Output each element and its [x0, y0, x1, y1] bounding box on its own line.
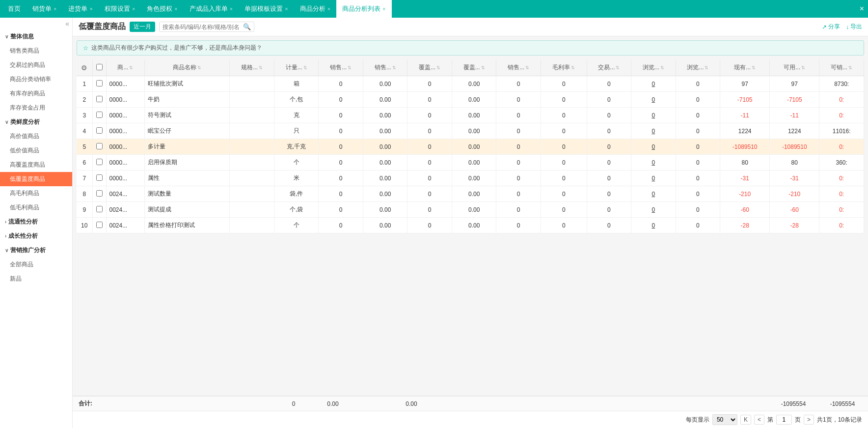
close-icon[interactable]: ×	[174, 6, 177, 12]
row-cover1: 0	[407, 123, 452, 139]
row-no: 5	[77, 139, 92, 155]
sidebar-item-high-margin[interactable]: 高毛利商品	[0, 186, 72, 200]
col-sales-amt: 销售...⇅	[363, 59, 407, 76]
share-button[interactable]: ↗ 分享	[822, 23, 840, 31]
sidebar-item-high-value[interactable]: 高价值商品	[0, 129, 72, 143]
sidebar-item-traded-goods[interactable]: 交易过的商品	[0, 58, 72, 72]
row-select-checkbox[interactable]	[96, 159, 103, 165]
nav-tab-permissions[interactable]: 权限设置 ×	[99, 0, 141, 18]
close-icon[interactable]: ×	[132, 6, 135, 12]
row-no: 6	[77, 155, 92, 171]
next-page-button[interactable]: >	[804, 415, 814, 425]
row-sales-qty: 0	[319, 171, 363, 186]
page-size-select[interactable]: 50 20 100 200	[712, 414, 737, 425]
sidebar-group-growth[interactable]: › 成长性分析	[0, 229, 72, 243]
sidebar-item-low-value[interactable]: 低价值商品	[0, 143, 72, 158]
page-input[interactable]	[776, 415, 792, 425]
row-name: 属性	[145, 171, 230, 186]
row-browse1[interactable]: 0	[631, 76, 676, 92]
sidebar-group-freshness[interactable]: ∨ 类鲜度分析	[0, 115, 72, 129]
row-browse1[interactable]: 0	[631, 123, 676, 139]
nav-tab-sales[interactable]: 销货单 ×	[27, 0, 62, 18]
export-button[interactable]: ↓ 导出	[846, 23, 862, 31]
sidebar-item-category-rate[interactable]: 商品分类动销率	[0, 72, 72, 86]
sidebar-group-marketing[interactable]: ∨ 营销推广分析	[0, 243, 72, 257]
close-icon[interactable]: ×	[285, 6, 288, 12]
col-gross-rate: 毛利率⇅	[541, 59, 587, 76]
row-select-checkbox[interactable]	[96, 96, 103, 102]
page-info: 共1页，10条记录	[817, 416, 862, 424]
nav-tab-analysis-list[interactable]: 商品分析列表 ×	[336, 0, 391, 18]
row-select-checkbox[interactable]	[96, 190, 103, 197]
row-browse1[interactable]: 0	[631, 92, 676, 108]
sidebar-item-high-coverage[interactable]: 高覆盖度商品	[0, 158, 72, 172]
nav-tab-template[interactable]: 单据模板设置 ×	[239, 0, 294, 18]
close-icon[interactable]: ×	[230, 6, 233, 12]
row-sales-qty: 0	[319, 108, 363, 123]
close-icon[interactable]: ×	[89, 6, 92, 12]
sidebar-item-new-goods[interactable]: 新品	[0, 272, 72, 286]
sidebar-group-liquidity[interactable]: › 流通性分析	[0, 215, 72, 229]
search-box: 🔍	[159, 22, 254, 32]
sidebar-item-stocked-goods[interactable]: 有库存的商品	[0, 86, 72, 101]
row-select-checkbox[interactable]	[96, 222, 103, 228]
col-name: 商品名称⇅	[145, 59, 230, 76]
sidebar-item-sales-goods[interactable]: 销售类商品	[0, 44, 72, 58]
row-select-checkbox[interactable]	[96, 80, 103, 86]
row-sellable: 0:	[819, 171, 864, 186]
row-select-checkbox[interactable]	[96, 127, 103, 134]
nav-tab-product-in[interactable]: 产成品入库单 ×	[184, 0, 239, 18]
row-select-checkbox[interactable]	[96, 112, 103, 118]
close-icon[interactable]: ×	[54, 6, 56, 12]
row-browse2: 0	[676, 171, 720, 186]
select-all-checkbox[interactable]	[96, 64, 103, 70]
row-browse1[interactable]: 0	[631, 218, 676, 233]
period-button[interactable]: 近一月	[130, 22, 155, 32]
search-input[interactable]	[163, 24, 241, 30]
row-sales-amt: 0.00	[363, 218, 407, 233]
row-checkbox	[92, 218, 106, 233]
col-sellable: 可销...⇅	[819, 59, 864, 76]
nav-tab-roles[interactable]: 角色授权 ×	[141, 0, 183, 18]
first-page-button[interactable]: K	[740, 415, 751, 425]
nav-tab-home[interactable]: 首页	[2, 0, 27, 18]
row-browse1[interactable]: 0	[631, 171, 676, 186]
row-sales-qty: 0	[319, 76, 363, 92]
row-browse1[interactable]: 0	[631, 186, 676, 202]
sidebar-collapse-button[interactable]: «	[0, 18, 72, 29]
row-current: 80	[720, 155, 770, 171]
sidebar-item-low-coverage[interactable]: 低覆盖度商品	[0, 172, 72, 186]
nav-tab-purchase[interactable]: 进货单 ×	[62, 0, 98, 18]
prev-page-button[interactable]: <	[754, 415, 764, 425]
close-icon[interactable]: ×	[327, 6, 330, 12]
sidebar-group-overview[interactable]: ∨ 整体信息	[0, 29, 72, 44]
row-browse1[interactable]: 0	[631, 155, 676, 171]
sidebar-item-low-margin[interactable]: 低毛利商品	[0, 200, 72, 215]
row-cover1: 0	[407, 171, 452, 186]
row-browse1[interactable]: 0	[631, 139, 676, 155]
settings-icon[interactable]: ⚙	[81, 64, 87, 72]
row-checkbox	[92, 92, 106, 108]
row-unit: 克	[274, 108, 319, 123]
close-icon[interactable]: ×	[382, 6, 385, 12]
row-select-checkbox[interactable]	[96, 143, 103, 149]
row-sales-amt: 0.00	[363, 76, 407, 92]
row-browse1[interactable]: 0	[631, 202, 676, 218]
sidebar-item-inventory-funds[interactable]: 库存资金占用	[0, 101, 72, 115]
settings-column-header: ⚙	[77, 59, 92, 76]
sidebar-item-all-goods[interactable]: 全部商品	[0, 257, 72, 272]
search-icon[interactable]: 🔍	[243, 23, 251, 30]
row-cover2: 0.00	[452, 218, 496, 233]
row-select-checkbox[interactable]	[96, 174, 103, 181]
col-sales3: 销售...⇅	[496, 59, 541, 76]
row-gross-rate: 0	[541, 186, 587, 202]
content-header: 低覆盖度商品 近一月 🔍 ↗ 分享 ↓ 导出	[73, 18, 868, 36]
nav-tab-analysis[interactable]: 商品分析 ×	[294, 0, 336, 18]
row-select-checkbox[interactable]	[96, 206, 103, 212]
total-cover2: 0.00	[397, 400, 426, 407]
row-current: 1224	[720, 123, 770, 139]
row-available: -60	[770, 202, 819, 218]
sidebar: « ∨ 整体信息 销售类商品 交易过的商品 商品分类动销率 有库存的商品 库存资…	[0, 18, 73, 428]
row-browse1[interactable]: 0	[631, 108, 676, 123]
close-all-button[interactable]: ×	[860, 4, 864, 13]
